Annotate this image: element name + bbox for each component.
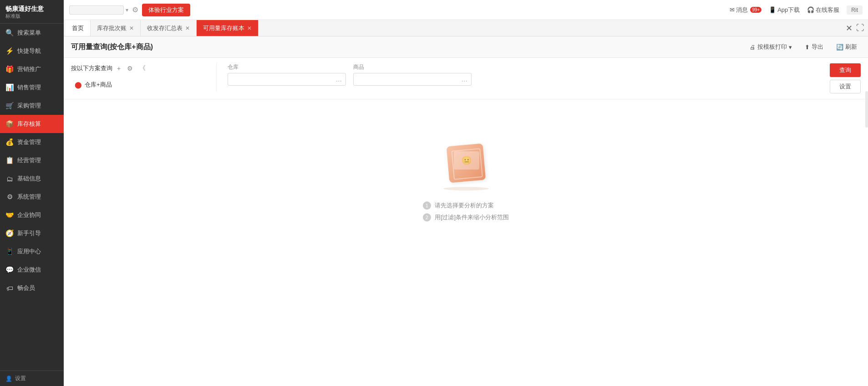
sidebar-item-cooperation[interactable]: 🤝 企业协同 bbox=[0, 206, 64, 224]
sidebar-label-purchase: 采购管理 bbox=[17, 102, 41, 110]
scheme-settings-button[interactable]: ⚙ bbox=[125, 64, 135, 73]
refresh-button[interactable]: 🔄 刷新 bbox=[832, 41, 861, 53]
right-scrollbar[interactable] bbox=[865, 91, 868, 128]
empty-shadow bbox=[443, 187, 489, 190]
sidebar-label-system: 系统管理 bbox=[17, 193, 41, 201]
export-label: 导出 bbox=[812, 43, 823, 51]
sidebar-icon-inventory: 📦 bbox=[5, 120, 14, 128]
sidebar-item-shortcut[interactable]: ⚡ 快捷导航 bbox=[0, 42, 64, 60]
tip-2-num: 2 bbox=[423, 213, 431, 221]
tab-receipt-summary-label: 收发存汇总表 bbox=[147, 24, 183, 32]
sidebar-item-inventory[interactable]: 📦 库存核算 bbox=[0, 115, 64, 133]
sidebar-bottom-icon: 👤 bbox=[5, 376, 12, 382]
sidebar-item-marketing[interactable]: 🎁 营销推广 bbox=[0, 60, 64, 78]
tab-batch-account-label: 库存批次账 bbox=[97, 24, 127, 32]
sidebar-item-finance[interactable]: 💰 资金管理 bbox=[0, 133, 64, 151]
headset-icon: 🎧 bbox=[807, 6, 814, 13]
sidebar-nav: 🔍 搜索菜单 ⚡ 快捷导航 🎁 营销推广 📊 销售管理 🛒 采购管理 📦 库存核… bbox=[0, 24, 64, 371]
header-gear-icon[interactable]: ⚙ bbox=[132, 5, 138, 14]
online-service-button[interactable]: 🎧 在线客服 bbox=[807, 6, 839, 14]
sidebar-label-finance: 资金管理 bbox=[17, 138, 41, 146]
tab-available-ledger[interactable]: 可用量库存账本 ✕ bbox=[197, 20, 259, 36]
export-icon: ⬆ bbox=[805, 44, 810, 51]
scheme-item-warehouse-goods[interactable]: ⬤ 仓库+商品 bbox=[71, 78, 209, 92]
app-download-label: App下载 bbox=[777, 6, 800, 14]
tab-home[interactable]: 首页 bbox=[66, 20, 91, 36]
sidebar-item-basic[interactable]: 🗂 基础信息 bbox=[0, 170, 64, 188]
goods-more-icon[interactable]: ... bbox=[462, 75, 467, 83]
app-name: 畅康通好生意 bbox=[5, 5, 58, 13]
message-icon: ✉ bbox=[730, 6, 735, 13]
sidebar-item-vip[interactable]: 🏷 畅会员 bbox=[0, 279, 64, 297]
sidebar-icon-wechat: 💬 bbox=[5, 266, 14, 274]
settings-circle-icon: ⚙ bbox=[127, 65, 133, 72]
query-button[interactable]: 查询 bbox=[830, 63, 861, 77]
collapse-scheme-button[interactable]: 《 bbox=[137, 63, 147, 73]
sidebar-label-shortcut: 快捷导航 bbox=[17, 47, 41, 55]
goods-input-wrapper: ... bbox=[353, 73, 472, 86]
message-label: 消息 bbox=[736, 6, 748, 14]
header-search-input[interactable] bbox=[69, 5, 124, 15]
header-search-area: ▾ bbox=[69, 5, 128, 15]
add-scheme-button[interactable]: + bbox=[115, 64, 122, 73]
warehouse-label: 仓库 bbox=[228, 63, 346, 71]
goods-input[interactable] bbox=[357, 76, 458, 83]
sidebar-item-guide[interactable]: 🧭 新手引导 bbox=[0, 224, 64, 242]
page-title-bar: 可用量查询(按仓库+商品) 🖨 按模板打印 ▾ ⬆ 导出 🔄 刷新 bbox=[64, 36, 868, 58]
sidebar-item-appstore[interactable]: 📱 应用中心 bbox=[0, 242, 64, 261]
sidebar-icon-shortcut: ⚡ bbox=[5, 47, 14, 55]
sidebar-item-operations[interactable]: 📋 经营管理 bbox=[0, 151, 64, 170]
sidebar-icon-sales: 📊 bbox=[5, 83, 14, 92]
export-button[interactable]: ⬆ 导出 bbox=[801, 41, 827, 53]
sidebar-label-marketing: 营销推广 bbox=[17, 65, 41, 73]
message-button[interactable]: ✉ 消息 99+ bbox=[730, 6, 761, 14]
settings-button[interactable]: 设置 bbox=[830, 80, 861, 93]
warehouse-input[interactable] bbox=[232, 76, 332, 83]
empty-tip-1: 1 请先选择要分析的方案 bbox=[423, 201, 509, 210]
empty-state: 😐 1 请先选择要分析的方案 2 用[过滤]条件来缩小分析范围 bbox=[64, 99, 868, 258]
app-download-button[interactable]: 📱 App下载 bbox=[769, 6, 800, 14]
sidebar-label-operations: 经营管理 bbox=[17, 156, 41, 165]
print-template-button[interactable]: 🖨 按模板打印 ▾ bbox=[746, 41, 796, 53]
tab-receipt-summary[interactable]: 收发存汇总表 ✕ bbox=[141, 20, 197, 36]
empty-tip-2: 2 用[过滤]条件来缩小分析范围 bbox=[423, 213, 509, 221]
sidebar-item-system[interactable]: ⚙ 系统管理 bbox=[0, 188, 64, 206]
tab-receipt-summary-close[interactable]: ✕ bbox=[185, 25, 190, 31]
dropdown-icon[interactable]: ▾ bbox=[126, 7, 128, 13]
tab-available-ledger-close[interactable]: ✕ bbox=[247, 25, 252, 31]
trial-industry-button[interactable]: 体验行业方案 bbox=[142, 4, 190, 16]
print-dropdown-icon[interactable]: ▾ bbox=[789, 44, 792, 51]
sidebar-icon-vip: 🏷 bbox=[5, 284, 14, 292]
tab-batch-account-close[interactable]: ✕ bbox=[129, 25, 134, 31]
sidebar-icon-search: 🔍 bbox=[5, 29, 14, 37]
tab-available-ledger-label: 可用量库存账本 bbox=[203, 24, 244, 32]
sidebar-item-wechat[interactable]: 💬 企业微信 bbox=[0, 261, 64, 279]
refresh-label: 刷新 bbox=[845, 43, 857, 51]
sidebar-item-sales[interactable]: 📊 销售管理 bbox=[0, 78, 64, 97]
sidebar-icon-appstore: 📱 bbox=[5, 247, 14, 256]
header-right: ✉ 消息 99+ 📱 App下载 🎧 在线客服 Rit bbox=[730, 5, 863, 15]
sidebar-item-purchase[interactable]: 🛒 采购管理 bbox=[0, 97, 64, 115]
top-header: ▾ ⚙ 体验行业方案 ✉ 消息 99+ 📱 App下载 🎧 在线客服 Rit bbox=[64, 0, 868, 20]
sidebar-label-inventory: 库存核算 bbox=[17, 120, 41, 128]
scheme-label: 按以下方案查询 bbox=[71, 64, 112, 72]
user-name: Rit bbox=[851, 7, 858, 13]
warehouse-more-icon[interactable]: ... bbox=[336, 75, 342, 83]
tip-1-num: 1 bbox=[423, 201, 431, 210]
tip-1-text: 请先选择要分析的方案 bbox=[435, 201, 494, 210]
user-avatar[interactable]: Rit bbox=[847, 5, 863, 15]
tabs-close-button[interactable]: ✕ bbox=[846, 23, 853, 33]
sidebar-icon-finance: 💰 bbox=[5, 138, 14, 146]
app-logo: 畅康通好生意 标准版 bbox=[0, 0, 64, 24]
tab-home-label: 首页 bbox=[72, 24, 84, 32]
tip-2-text: 用[过滤]条件来缩小分析范围 bbox=[435, 213, 509, 221]
tabs-maximize-button[interactable]: ⛶ bbox=[856, 23, 864, 33]
phone-icon: 📱 bbox=[769, 6, 776, 13]
sidebar-item-search[interactable]: 🔍 搜索菜单 bbox=[0, 24, 64, 42]
tabs-right-actions: ✕ ⛶ bbox=[846, 20, 868, 36]
tabs-bar: 首页 库存批次账 ✕ 收发存汇总表 ✕ 可用量库存账本 ✕ ✕ ⛶ bbox=[64, 20, 868, 36]
scheme-dot-icon: ⬤ bbox=[75, 81, 82, 88]
tab-batch-account[interactable]: 库存批次账 ✕ bbox=[91, 20, 141, 36]
scheme-header: 按以下方案查询 + ⚙ 《 bbox=[71, 63, 209, 73]
title-actions: 🖨 按模板打印 ▾ ⬆ 导出 🔄 刷新 bbox=[746, 41, 861, 53]
